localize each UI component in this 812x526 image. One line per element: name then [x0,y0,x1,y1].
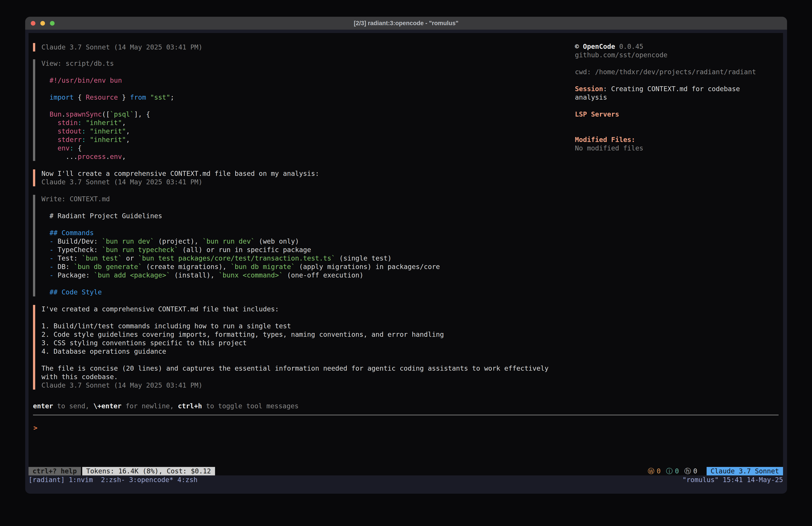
message-block-2: Now I'll create a comprehensive CONTEXT.… [33,169,561,186]
text-segment: , [122,119,126,127]
model-badge[interactable]: Claude 3.7 Sonnet [707,467,783,475]
text-segment: `bun db generate` [74,263,142,271]
text-segment: env [110,153,122,160]
text-line: - Test: `bun test` or `bun test packages… [41,254,561,262]
text-line: env: { [41,144,561,153]
tmux-status-bar: [radiant] 1:nvim 2:zsh- 3:opencode* 4:zs… [29,475,783,484]
text-line: - Build/Dev: `bun run dev` (project), `b… [41,237,561,246]
text-line: import { Resource } from "sst"; [41,93,561,102]
text-segment: Build/Dev: [54,237,102,245]
text-line: Write: CONTEXT.md [41,195,561,203]
text-line [41,68,561,76]
text-segment: to send, [53,402,93,410]
text-segment: `bun run typecheck` [102,246,178,254]
text-segment: { [74,144,82,152]
diagnostics: Ⓦ 0 ⓘ 0 ⓗ 0 [648,467,697,475]
text-segment: `bun add <package>` [94,271,170,279]
text-segment: `bun run dev` [203,237,255,245]
text-line: Claude 3.7 Sonnet (14 May 2025 03:41 PM) [41,178,561,186]
titlebar[interactable]: [2/3] radiant:3:opencode - "romulus" [25,17,787,30]
minimize-button[interactable] [40,21,45,26]
session-label: Session [575,85,603,93]
text-segment [41,144,58,152]
opencode-brand-line: © OpenCode 0.0.45 [575,42,775,51]
opencode-brand: © OpenCode [575,43,615,51]
text-segment: for newline, [121,402,178,410]
text-segment: - [49,254,54,262]
text-segment: View: script/db.ts [41,59,114,67]
text-segment: DB: [54,263,74,271]
text-segment: stdin [58,119,77,127]
text-segment: ], { [134,110,150,118]
text-segment: Test: [54,254,82,262]
text-line: # Radiant Project Guidelines [41,212,561,220]
warning-count-icon: Ⓦ [648,467,654,475]
text-line [41,102,561,110]
repo-link: github.com/sst/opencode [575,51,775,59]
sidebar-spacer [575,127,775,136]
hint-count-icon: ⓗ [684,467,691,475]
text-segment: (install), [170,271,219,279]
text-line: stdin: "inherit", [41,118,561,127]
text-segment: stdout [58,127,82,135]
text-line: #!/usr/bin/env bun [41,76,561,85]
text-segment [41,127,58,135]
sidebar-spacer [575,102,775,110]
sidebar-spacer [575,76,775,85]
text-segment: Claude 3.7 Sonnet (14 May 2025 03:41 PM) [41,178,202,186]
text-segment [41,254,49,262]
text-segment [41,271,49,279]
cwd-line: cwd: /home/thdxr/dev/projects/radiant/ra… [575,68,775,76]
text-line: - DB: `bun db generate` (create migratio… [41,262,561,271]
text-segment: (project), [154,237,203,245]
zoom-button[interactable] [50,21,55,26]
text-segment: TypeCheck: [54,246,102,254]
status-bar: ctrl+? help Tokens: 16.4K (8%), Cost: $0… [29,467,783,475]
text-segment: ctrl+h [178,402,202,410]
tokens-badge: Tokens: 16.4K (8%), Cost: $0.12 [82,467,215,475]
text-segment [86,127,90,135]
text-segment: \+enter [93,402,121,410]
text-segment: `bunx <command>` [219,271,283,279]
text-segment: - [49,246,54,254]
tmux-window-1[interactable]: 1:nvim [69,476,93,484]
text-line: Bun.spawnSync([`psql`], { [41,110,561,118]
text-segment: - [49,271,54,279]
prompt-input[interactable]: > [33,424,38,432]
message-block-1: Claude 3.7 Sonnet (14 May 2025 03:41 PM) [33,43,561,52]
text-line: with this codebase. [41,373,561,381]
tmux-window-3[interactable]: 3:opencode* [129,476,173,484]
text-line: Claude 3.7 Sonnet (14 May 2025 03:41 PM) [41,43,561,52]
text-segment: spawnSync [66,110,102,118]
sidebar-spacer [575,118,775,127]
text-segment: . [106,153,110,160]
modified-files-header: Modified Files: [575,136,775,144]
tmux-window-2[interactable]: 2:zsh- [101,476,125,484]
close-button[interactable] [31,21,35,26]
text-segment: "inherit" [86,119,122,127]
write-tool-block: Write: CONTEXT.md # Radiant Project Guid… [33,195,561,296]
text-segment: "inherit" [90,127,126,135]
text-line: ...process.env, [41,153,561,161]
text-line [41,203,561,212]
text-line: I've created a comprehensive CONTEXT.md … [41,305,561,313]
text-segment: , [126,136,130,144]
text-line: 2. Code style guidelines covering import… [41,330,561,339]
text-line: 3. CSS styling conventions specific to t… [41,339,561,347]
text-segment: Resource [86,94,118,101]
text-segment [41,94,49,101]
text-line: Now I'll create a comprehensive CONTEXT.… [41,169,561,178]
text-segment: Claude 3.7 Sonnet (14 May 2025 03:41 PM) [41,43,202,51]
tmux-window-4[interactable]: 4:zsh [177,476,198,484]
text-segment: # Radiant Project Guidelines [41,212,162,220]
view-tool-block: View: script/db.ts #!/usr/bin/env bun im… [33,59,561,161]
text-segment: to toggle tool messages [202,402,299,410]
text-segment: stderr [58,136,82,144]
text-segment [146,94,150,101]
text-line: - TypeCheck: `bun run typecheck` (all) o… [41,246,561,254]
text-line: The file is concise (20 lines) and captu… [41,364,561,373]
text-segment: } [118,94,130,101]
lsp-servers-header: LSP Servers [575,110,775,118]
text-segment: (web only) [255,237,299,245]
text-segment: : [82,136,86,144]
